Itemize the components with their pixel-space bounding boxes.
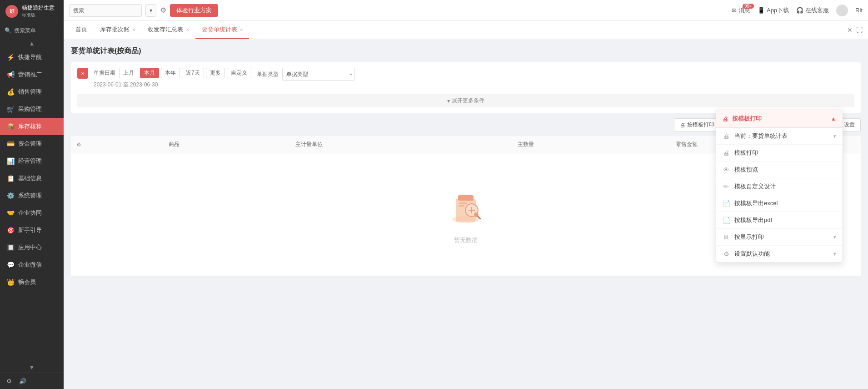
app-download-btn[interactable]: 📱 App下载	[758, 6, 789, 15]
date-btn-this-year[interactable]: 本年	[161, 68, 180, 78]
current-label-text: 当前：要货单统计表	[734, 132, 788, 140]
system-icon: ⚙️	[6, 192, 15, 200]
date-btn-prev-month[interactable]: 上月	[119, 68, 138, 78]
maximize-btn[interactable]: ⛶	[856, 26, 863, 34]
sidebar-item-collab[interactable]: 🤝 企业协同	[0, 204, 64, 222]
filter-bar: » 单据日期 上月 本月 本年 近7天 更多 自定义 2023-06-01 至 …	[71, 62, 861, 113]
sidebar-item-guide[interactable]: 🎯 新手引导	[0, 222, 64, 239]
display-print-item[interactable]: 🖥 按显示打印 ▾	[716, 229, 843, 246]
type-select[interactable]: 单据类型	[282, 68, 355, 81]
print-current-item[interactable]: 🖨 当前：要货单统计表 ▾	[716, 128, 843, 145]
tab-order-stats-close[interactable]: ×	[240, 27, 243, 32]
print-label: 按模板打印	[687, 121, 714, 129]
settings-icon[interactable]: ⚙	[6, 378, 12, 384]
sidebar-item-member[interactable]: 👑 畅会员	[0, 273, 64, 291]
tab-batch-ledger-close[interactable]: ×	[132, 27, 135, 32]
template-print-icon: 🖨	[723, 149, 730, 157]
date-filter-row: 单据日期 上月 本月 本年 近7天 更多 自定义	[94, 68, 251, 78]
print-dropdown-title: 🖨 按模板打印	[723, 115, 762, 123]
sidebar-item-label: 快捷导航	[18, 53, 42, 61]
sidebar-item-purchase[interactable]: 🛒 采购管理	[0, 101, 64, 118]
template-pdf-item[interactable]: 📄 按模板导出pdf	[716, 212, 843, 229]
template-design-icon: ✏	[723, 183, 730, 190]
tab-receivable-summary[interactable]: 收发存汇总表 ×	[141, 21, 195, 39]
headset-icon: 🎧	[796, 7, 803, 14]
template-excel-item[interactable]: 📄 按模板导出excel	[716, 195, 843, 212]
topbar-search-input[interactable]	[69, 4, 142, 17]
avatar[interactable]	[836, 5, 848, 16]
sidebar-item-basic[interactable]: 📋 基础信息	[0, 170, 64, 187]
print-current-left: 🖨 当前：要货单统计表	[723, 132, 788, 140]
sidebar-item-quick-nav[interactable]: ⚡ 快捷导航	[0, 49, 64, 66]
topbar-gear-icon[interactable]: ⚙	[160, 6, 166, 15]
tab-batch-ledger[interactable]: 库存批次账 ×	[94, 21, 141, 39]
sidebar-item-apps[interactable]: 🔲 应用中心	[0, 239, 64, 256]
template-preview-item[interactable]: 👁 模板预览	[716, 162, 843, 178]
sidebar-scroll-up[interactable]: ▲	[0, 38, 64, 49]
expand-label: 展开更多条件	[452, 97, 484, 105]
messages-badge[interactable]: ✉ 消息 99+	[732, 6, 750, 15]
sidebar-item-label: 采购管理	[18, 105, 42, 113]
app-name: 畅捷通好生意	[22, 5, 55, 12]
sidebar-item-wechat[interactable]: 💬 企业微信	[0, 256, 64, 273]
finance-icon: 💳	[6, 140, 15, 148]
date-btn-more[interactable]: 更多	[206, 68, 225, 78]
sidebar-scroll-down[interactable]: ▼	[0, 362, 64, 373]
set-default-arrow: ▾	[833, 251, 836, 257]
page-title: 要货单统计表(按商品)	[71, 46, 861, 56]
print-dropdown-close-arrow[interactable]: ▲	[831, 116, 836, 122]
set-default-icon: ⚙	[723, 250, 730, 258]
sidebar-item-label: 经营管理	[18, 157, 42, 165]
template-preview-label: 模板预览	[734, 166, 758, 174]
template-design-item[interactable]: ✏ 模板自定义设计	[716, 178, 843, 195]
main-content: ▾ ⚙ 体验行业方案 ✉ 消息 99+ 📱 App下载 🎧 在线客服 Rit 首…	[64, 0, 868, 389]
sales-icon: 💰	[6, 88, 15, 96]
date-btn-this-month[interactable]: 本月	[140, 68, 159, 78]
topbar-dropdown-btn[interactable]: ▾	[145, 4, 156, 17]
expand-more-btn[interactable]: ▾ 展开更多条件	[77, 94, 854, 107]
tab-home-label: 首页	[75, 25, 87, 34]
topbar: ▾ ⚙ 体验行业方案 ✉ 消息 99+ 📱 App下载 🎧 在线客服 Rit	[64, 0, 868, 21]
tab-home[interactable]: 首页	[69, 21, 94, 39]
sidebar-item-label: 销售管理	[18, 88, 42, 96]
sidebar-item-label: 资金管理	[18, 140, 42, 148]
filter-expand-btn[interactable]: »	[77, 68, 88, 79]
guide-icon: 🎯	[6, 226, 15, 234]
set-default-item[interactable]: ⚙ 设置默认功能 ▾	[716, 246, 843, 263]
sound-icon[interactable]: 🔊	[19, 378, 26, 384]
sidebar-item-sales[interactable]: 💰 销售管理	[0, 83, 64, 101]
sidebar-search[interactable]: 🔍 搜索菜单	[0, 23, 64, 38]
tab-order-stats-label: 要货单统计表	[202, 25, 237, 34]
sidebar-item-inventory[interactable]: 📦 库存核算	[0, 118, 64, 135]
th-qty: 主数量	[512, 136, 671, 153]
operations-icon: 📊	[6, 157, 15, 165]
trial-btn[interactable]: 体验行业方案	[170, 4, 218, 17]
expand-more-row: ▾ 展开更多条件	[77, 94, 854, 107]
type-filter-label: 单据类型	[257, 71, 279, 78]
date-range-row: 2023-06-01 至 2023-06-30	[94, 81, 251, 89]
sidebar-item-operations[interactable]: 📊 经营管理	[0, 152, 64, 170]
tab-maximize-area: ✕ ⛶	[847, 26, 863, 34]
th-gear[interactable]: ⚙	[71, 136, 163, 153]
topbar-right: ✉ 消息 99+ 📱 App下载 🎧 在线客服 Rit	[732, 5, 863, 16]
svg-rect-9	[459, 205, 464, 207]
sidebar-item-marketing[interactable]: 📢 营销推广	[0, 66, 64, 83]
sidebar-logo: 好 畅捷通好生意 标准版	[0, 0, 64, 23]
template-excel-label: 按模板导出excel	[734, 199, 778, 207]
sidebar-item-label: 营销推广	[18, 71, 42, 79]
date-btn-7days[interactable]: 近7天	[182, 68, 204, 78]
date-btn-custom[interactable]: 自定义	[227, 68, 251, 78]
sidebar-item-system[interactable]: ⚙️ 系统管理	[0, 187, 64, 204]
template-print-item[interactable]: 🖨 模板打印	[716, 145, 843, 162]
tab-order-stats[interactable]: 要货单统计表 ×	[195, 21, 249, 39]
sidebar: 好 畅捷通好生意 标准版 🔍 搜索菜单 ▲ ⚡ 快捷导航 📢 营销推广 💰 销售…	[0, 0, 64, 389]
sidebar-item-label: 新手引导	[18, 226, 42, 234]
sidebar-item-finance[interactable]: 💳 资金管理	[0, 135, 64, 152]
online-service-label: 在线客服	[805, 6, 829, 15]
template-design-label: 模板自定义设计	[734, 182, 776, 191]
username: Rit	[855, 7, 863, 14]
app-name-block: 畅捷通好生意 标准版	[22, 5, 55, 18]
online-service-btn[interactable]: 🎧 在线客服	[796, 6, 829, 15]
close-window-btn[interactable]: ✕	[847, 26, 853, 34]
tab-receivable-close[interactable]: ×	[186, 27, 189, 32]
